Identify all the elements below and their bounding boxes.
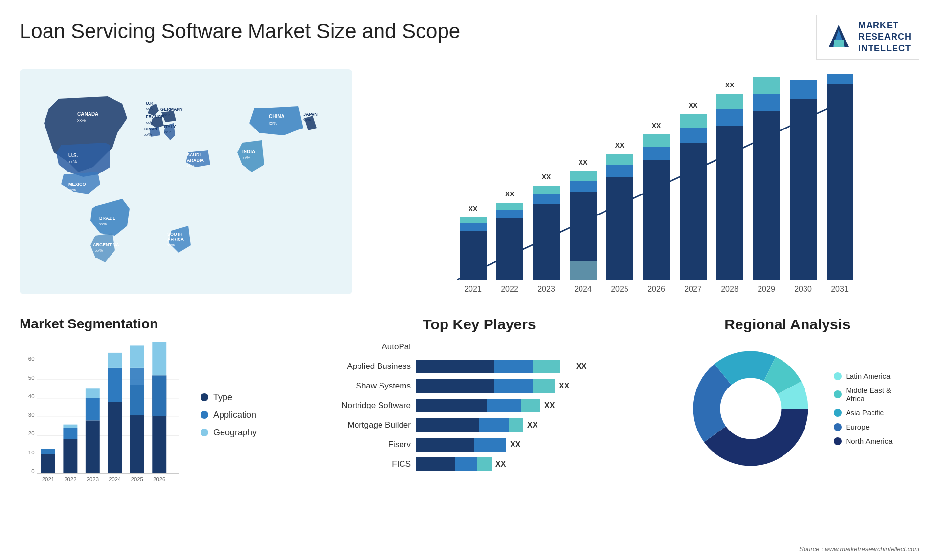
svg-text:XX: XX — [725, 81, 735, 89]
svg-text:U.K.: U.K. — [146, 101, 155, 106]
svg-text:xx%: xx% — [68, 159, 77, 164]
svg-rect-116 — [108, 353, 122, 368]
svg-rect-40 — [460, 217, 487, 223]
svg-rect-111 — [86, 421, 100, 473]
legend-latin: Latin America — [834, 372, 892, 380]
svg-text:ITALY: ITALY — [164, 124, 176, 129]
svg-rect-57 — [606, 154, 633, 165]
legend-mea-label: Middle East &Africa — [846, 386, 891, 403]
svg-text:2031: 2031 — [831, 285, 849, 293]
logo-icon — [824, 22, 853, 52]
svg-rect-69 — [716, 94, 743, 109]
player-xx-label: XX — [527, 421, 537, 430]
svg-text:xx%: xx% — [144, 132, 152, 137]
svg-rect-59 — [643, 160, 670, 280]
player-bar: XX — [416, 438, 636, 452]
growth-chart-svg: XX XX XX XX — [377, 74, 910, 304]
page-title: Loan Servicing Software Market Size and … — [20, 20, 460, 43]
svg-rect-79 — [827, 74, 853, 84]
svg-text:XX: XX — [505, 190, 514, 198]
svg-rect-39 — [460, 223, 487, 231]
svg-text:XX: XX — [542, 173, 551, 181]
svg-text:xx%: xx% — [303, 118, 311, 122]
svg-text:2028: 2028 — [721, 285, 738, 293]
legend-apac: Asia Pacific — [834, 409, 892, 417]
svg-rect-107 — [41, 449, 55, 454]
legend-geography: Geography — [201, 428, 257, 438]
svg-text:2021: 2021 — [464, 285, 482, 293]
logo-area: MARKET RESEARCH INTELLECT — [816, 15, 919, 60]
regional-title: Regional Analysis — [655, 316, 919, 333]
svg-rect-76 — [790, 80, 817, 99]
player-name: Mortgage Builder — [323, 420, 411, 430]
legend-europe: Europe — [834, 423, 892, 431]
source-text: Source : www.marketresearchintellect.com — [799, 545, 919, 553]
svg-rect-114 — [108, 402, 122, 473]
legend-europe-label: Europe — [846, 423, 869, 431]
legend-na-color — [834, 437, 842, 445]
player-xx-label: XX — [495, 460, 506, 469]
svg-text:2022: 2022 — [64, 477, 76, 483]
player-name: FICS — [323, 459, 411, 469]
legend-mea-color — [834, 390, 842, 398]
player-fiserv: Fiserv XX — [323, 438, 636, 452]
legend-application: Application — [201, 410, 257, 420]
growth-chart-section: XX XX XX XX — [367, 69, 919, 309]
svg-rect-112 — [86, 398, 100, 420]
svg-rect-47 — [533, 194, 560, 204]
svg-text:xx%: xx% — [95, 248, 103, 253]
player-applied: Applied Business XX — [323, 360, 636, 373]
svg-text:ARABIA: ARABIA — [187, 158, 204, 163]
svg-text:FRANCE: FRANCE — [146, 114, 164, 119]
player-fics: FICS XX — [323, 457, 636, 471]
svg-rect-73 — [753, 77, 780, 94]
legend-app-label: Application — [213, 410, 256, 420]
svg-text:xx%: xx% — [77, 118, 86, 123]
legend-type-color — [201, 393, 208, 401]
svg-text:2024: 2024 — [109, 477, 121, 483]
svg-text:2023: 2023 — [87, 477, 99, 483]
svg-text:AFRICA: AFRICA — [167, 237, 184, 242]
svg-text:40: 40 — [28, 393, 35, 399]
player-xx-label: XX — [576, 362, 586, 371]
svg-rect-65 — [680, 114, 707, 128]
svg-text:50: 50 — [28, 375, 35, 381]
svg-point-135 — [720, 378, 781, 439]
svg-rect-110 — [63, 425, 77, 428]
player-autopal: AutoPal — [323, 340, 636, 354]
svg-text:2025: 2025 — [611, 285, 628, 293]
svg-text:MEXICO: MEXICO — [68, 182, 86, 187]
legend-na-label: North America — [846, 437, 892, 445]
svg-text:xx%: xx% — [242, 155, 250, 160]
legend-apac-label: Asia Pacific — [846, 409, 884, 417]
svg-text:2025: 2025 — [131, 477, 143, 483]
player-bar: XX — [416, 418, 636, 432]
svg-text:CANADA: CANADA — [77, 111, 98, 117]
svg-rect-46 — [533, 204, 560, 280]
svg-text:xx%: xx% — [164, 130, 171, 134]
svg-rect-56 — [606, 165, 633, 177]
svg-rect-68 — [716, 109, 743, 126]
player-bar-container — [416, 340, 636, 354]
svg-text:xx%: xx% — [146, 120, 153, 125]
svg-text:60: 60 — [28, 356, 35, 362]
svg-rect-42 — [496, 218, 523, 280]
player-bar: XX — [416, 399, 636, 412]
svg-text:XX: XX — [689, 101, 698, 109]
svg-text:0: 0 — [31, 468, 34, 474]
map-svg: CANADA xx% U.S. xx% MEXICO xx% BRAZIL xx… — [20, 69, 352, 294]
header: Loan Servicing Software Market Size and … — [20, 15, 919, 60]
player-bar: XX — [416, 379, 636, 393]
svg-rect-53 — [570, 261, 597, 280]
svg-text:SPAIN: SPAIN — [144, 127, 157, 131]
segmentation-section: Market Segmentation 0 10 20 30 40 50 60 — [20, 316, 303, 521]
legend-na: North America — [834, 437, 892, 445]
players-title: Top Key Players — [323, 316, 636, 333]
svg-text:2029: 2029 — [758, 285, 775, 293]
svg-text:xx%: xx% — [167, 243, 175, 247]
segmentation-title: Market Segmentation — [20, 316, 303, 332]
legend-geo-label: Geography — [213, 428, 257, 438]
svg-rect-64 — [680, 128, 707, 143]
svg-rect-38 — [460, 231, 487, 280]
svg-text:xx%: xx% — [187, 164, 194, 168]
